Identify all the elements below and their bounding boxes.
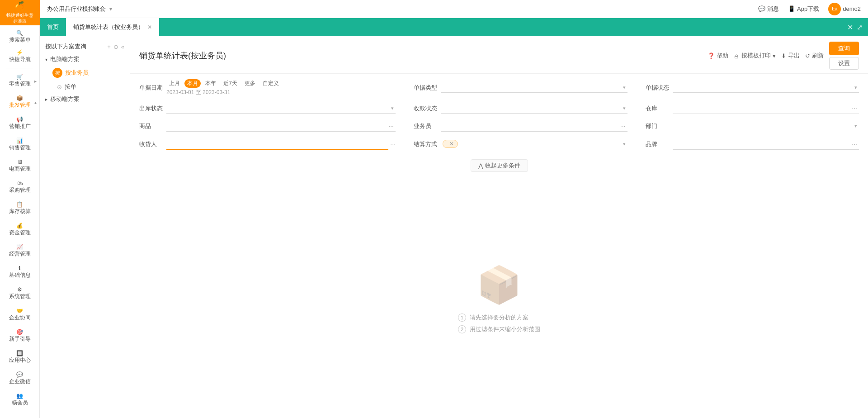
dept-select[interactable]: ▾ (673, 121, 859, 131)
logo-icon: 🍊 (14, 1, 25, 12)
refresh-btn[interactable]: ↺ 刷新 (805, 52, 824, 60)
pay-status-select[interactable]: ▾ (441, 104, 627, 114)
scheme-group-mobile: ▸ 移动端方案 (40, 93, 130, 105)
filter-pay-status-item: 收款状态 ▾ (414, 104, 627, 114)
sidebar-item-guide[interactable]: 🎯 新手引导 (0, 325, 39, 347)
ecommerce-icon: 🖥 (17, 159, 23, 165)
by-order-icon: ⊙ (57, 84, 62, 90)
date-btn-last-month[interactable]: 上月 (166, 79, 183, 88)
export-btn[interactable]: ⬇ 导出 (781, 52, 800, 60)
sidebar-item-collab[interactable]: 🤝 企业协同 (0, 304, 39, 325)
sidebar-item-enterprise-wechat[interactable]: 💬 企业微信 (0, 368, 39, 389)
filter-row-2: 出库状态 ▾ 收款状态 ▾ (139, 103, 859, 114)
filter-row-3: 商品 ··· 业务员 ··· (139, 120, 859, 132)
warehouse-select[interactable]: ··· (673, 103, 859, 114)
operation-label: 经营管理 (9, 250, 31, 258)
filter-product-item: 商品 ··· (139, 120, 396, 132)
filter-warehouse-item: 仓库 ··· (646, 103, 859, 114)
tab-sales-report[interactable]: 销货单统计表（按业务员） ✕ (66, 18, 159, 36)
date-btn-7days[interactable]: 近7天 (221, 79, 240, 88)
ship-status-select[interactable]: ▾ (166, 104, 396, 114)
app-logo[interactable]: 🍊 畅捷通好生意 标准版 (0, 0, 40, 25)
settings-button[interactable]: 设置 (829, 57, 859, 70)
date-btn-this-year[interactable]: 本年 (203, 79, 219, 88)
sidebar-item-marketing[interactable]: 📢 营销推广 (0, 113, 39, 134)
operation-icon: 📈 (16, 244, 23, 250)
sidebar-item-appcenter[interactable]: 🔲 应用中心 (0, 347, 39, 368)
query-button[interactable]: 查询 (829, 42, 859, 55)
by-order-label: 按单 (65, 83, 76, 91)
scheme-item-by-salesman[interactable]: 按 按业务员 (40, 65, 130, 81)
sidebar-item-inventory[interactable]: 📋 库存核算 (0, 198, 39, 219)
sidebar-item-ecommerce[interactable]: 🖥 电商管理 (0, 155, 39, 176)
sidebar-item-retail[interactable]: 🛒 零售管理 ▸ (0, 70, 39, 91)
settle-select[interactable]: ✕ ▾ (441, 138, 627, 150)
settings-scheme-icon[interactable]: ⊙ (113, 43, 118, 50)
product-select[interactable]: ··· (166, 120, 396, 132)
sidebar-item-finance[interactable]: 💰 资金管理 (0, 219, 39, 240)
tab-home[interactable]: 首页 (40, 18, 66, 36)
settle-badge-clear[interactable]: ✕ (449, 141, 454, 147)
right-content: 销货单统计表(按业务员) ❓ 帮助 🖨 按模板打印 ▾ ⬇ (130, 36, 868, 418)
doc-status-select[interactable]: ▾ (673, 83, 859, 93)
message-btn[interactable]: 💬 消息 (758, 5, 779, 13)
receiver-input[interactable] (166, 139, 388, 150)
doc-type-select[interactable]: ▾ (441, 83, 627, 93)
warehouse-dots[interactable]: ··· (852, 104, 857, 112)
brand-label: 品牌 (646, 140, 673, 148)
ship-status-arrow: ▾ (391, 105, 394, 111)
salesman-label: 业务员 (414, 122, 441, 130)
add-scheme-icon[interactable]: + (107, 43, 111, 50)
receiver-dots[interactable]: ··· (390, 141, 396, 148)
app-download-btn[interactable]: 📱 App下载 (788, 5, 819, 13)
collapse-conditions-btn[interactable]: ⋀ 收起更多条件 (471, 159, 528, 172)
sidebar-item-search[interactable]: 🔍 搜索菜单 (0, 25, 39, 47)
system-icon: ⚙ (17, 286, 22, 293)
query-settings-group: 查询 设置 (829, 42, 859, 70)
sidebar-item-member[interactable]: 👥 畅会员 (0, 389, 39, 410)
user-profile-btn[interactable]: Ea demo2 (828, 3, 861, 15)
template-print-label: 按模板打印 (741, 52, 771, 60)
filter-date-item: 单据日期 上月 本月 本年 近7天 更多 自定义 20 (139, 79, 396, 96)
tab-close-icon[interactable]: ✕ (147, 24, 152, 30)
scheme-group-mobile-header[interactable]: ▸ 移动端方案 (40, 93, 130, 105)
date-btn-this-month[interactable]: 本月 (184, 79, 201, 88)
template-print-btn[interactable]: 🖨 按模板打印 ▾ (734, 52, 776, 60)
sidebar-item-wholesale[interactable]: 📦 批发管理 ▴ (0, 91, 39, 113)
wholesale-label: 批发管理 (9, 101, 31, 109)
page-header: 销货单统计表(按业务员) ❓ 帮助 🖨 按模板打印 ▾ ⬇ (130, 36, 868, 74)
date-value: 2023-03-01 至 2023-03-31 (166, 89, 396, 96)
tab-close-all-icon[interactable]: ✕ (847, 23, 853, 32)
salesman-dots[interactable]: ··· (620, 122, 626, 129)
export-icon: ⬇ (781, 52, 786, 59)
dept-arrow: ▾ (854, 123, 857, 129)
marketing-icon: 📢 (16, 116, 23, 123)
scheme-sub-item-by-order[interactable]: ⊙ 按单 (40, 81, 130, 93)
brand-dots[interactable]: ··· (852, 140, 857, 147)
date-btn-custom[interactable]: 自定义 (260, 79, 282, 88)
sidebar-item-sales[interactable]: 📊 销售管理 (0, 134, 39, 155)
product-dots[interactable]: ··· (388, 122, 394, 129)
date-btn-more[interactable]: 更多 (242, 79, 258, 88)
sidebar-item-system[interactable]: ⚙ 系统管理 (0, 283, 39, 304)
left-panel-header: 按以下方案查询 + ⊙ « (40, 40, 130, 53)
sidebar-item-operation[interactable]: 📈 经营管理 (0, 240, 39, 261)
brand-select[interactable]: ··· (673, 138, 859, 150)
tab-restore-icon[interactable]: ⤢ (857, 23, 863, 32)
sidebar-item-purchase[interactable]: 🛍 采购管理 (0, 176, 39, 198)
breadcrumb-dropdown-icon[interactable]: ▾ (109, 6, 112, 12)
purchase-label: 采购管理 (9, 186, 31, 194)
collapse-conditions-label: 收起更多条件 (485, 162, 520, 170)
main-area: 办公用品行业模拟账套 ▾ 💬 消息 📱 App下载 Ea demo2 (40, 0, 868, 418)
retail-icon: 🛒 (16, 74, 23, 80)
sidebar-item-basic-info[interactable]: ℹ 基础信息 (0, 261, 39, 283)
salesman-select[interactable]: ··· (441, 120, 627, 132)
filter-salesman-item: 业务员 ··· (414, 120, 627, 132)
scheme-group-pc-header[interactable]: ▾ 电脑端方案 (40, 53, 130, 65)
sales-icon: 📊 (16, 138, 23, 144)
collapse-panel-icon[interactable]: « (121, 43, 124, 50)
help-btn[interactable]: ❓ 帮助 (708, 52, 728, 60)
scheme-group-pc-label: 电脑端方案 (50, 55, 124, 63)
sidebar-item-quicknav[interactable]: ⚡ 快捷导航 (0, 47, 39, 66)
wholesale-arrow: ▴ (34, 100, 37, 104)
